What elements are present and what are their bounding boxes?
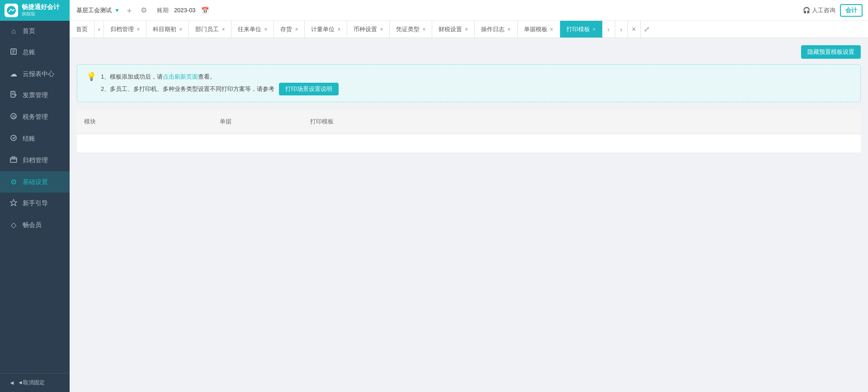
sidebar-unpin-button[interactable]: ◄ ◄取消固定 (0, 373, 70, 392)
tab-nav-prev[interactable]: ‹ (603, 21, 615, 38)
sidebar-label-settle: 结账 (23, 135, 35, 143)
tab-expand[interactable]: ⤢ (641, 21, 653, 38)
table-body-empty (77, 134, 861, 152)
tab-nav-next[interactable]: › (615, 21, 628, 38)
tab-voucher-close[interactable]: × (422, 26, 425, 33)
support-button[interactable]: 🎧 人工咨询 (803, 6, 835, 14)
sidebar-label-home: 首页 (23, 27, 35, 35)
tab-tax-close[interactable]: × (465, 26, 468, 33)
cloud-icon: ☁ (9, 70, 18, 78)
support-label: 人工咨询 (812, 6, 835, 14)
info-line2: 2、多员工、多打印机、多种业务类型设置不同打印方案等，请参考 打印场景设置说明 (101, 83, 339, 95)
tab-print[interactable]: 打印模板 × (560, 21, 603, 38)
settings-icon[interactable]: ⚙ (139, 6, 149, 14)
tab-currency[interactable]: 币种设置 × (347, 21, 390, 38)
info-line1-after: 查看。 (198, 73, 216, 80)
tab-customer-label: 往来单位 (238, 25, 261, 33)
lightbulb-icon: 💡 (86, 71, 96, 81)
sidebar-item-tax[interactable]: 税 税务管理 (0, 106, 70, 128)
tab-voucher-label: 凭证类型 (396, 25, 420, 33)
sidebar-item-settle[interactable]: 结账 (0, 128, 70, 150)
sidebar-label-tax: 税务管理 (23, 113, 48, 121)
chevron-down-icon: ▼ (114, 7, 120, 14)
tab-log[interactable]: 操作日志 × (475, 21, 517, 38)
company-selector[interactable]: 基层工会测试 ▼ (76, 6, 120, 14)
tab-voucher[interactable]: 凭证类型 × (390, 21, 432, 38)
tab-unit-close[interactable]: × (337, 26, 340, 33)
member-icon: ◇ (9, 221, 18, 229)
tab-log-close[interactable]: × (507, 26, 510, 33)
period-value: 2023-03 (174, 7, 196, 14)
refresh-link[interactable]: 点击刷新页面 (163, 73, 198, 80)
tab-customer[interactable]: 往来单位 × (231, 21, 274, 38)
sidebar-item-invoice[interactable]: 发票管理 (0, 85, 70, 106)
tab-unit[interactable]: 计量单位 × (305, 21, 347, 38)
tab-close-all[interactable]: × (628, 21, 641, 38)
tab-bar: 首页 ‹ 归档管理 × 科目期初 × 部门员工 × 往来单位 × 存货 × (70, 21, 868, 38)
tab-dept[interactable]: 部门员工 × (189, 21, 231, 38)
tab-tax[interactable]: 财税设置 × (432, 21, 475, 38)
period-label: 账期 (157, 6, 169, 14)
tab-subject-close[interactable]: × (179, 26, 182, 33)
sidebar-label-ledger: 总账 (23, 48, 35, 57)
tax-icon: 税 (9, 113, 18, 122)
sidebar: ⌂ 首页 总账 ☁ 云报表中心 发票管理 税 税务管理 (0, 21, 70, 392)
action-top-right: 隐藏预置模板设置 (77, 45, 861, 59)
sidebar-item-settings[interactable]: ⚙ 基础设置 (0, 171, 70, 193)
guide-icon (9, 199, 18, 208)
tab-subject[interactable]: 科目期初 × (146, 21, 189, 38)
svg-marker-13 (10, 199, 17, 206)
sidebar-item-report[interactable]: ☁ 云报表中心 (0, 63, 70, 85)
tab-print-close[interactable]: × (593, 26, 596, 33)
svg-text:税: 税 (12, 115, 16, 119)
sidebar-item-archive[interactable]: 归档管理 (0, 150, 70, 171)
th-template: 打印模板 (303, 114, 861, 129)
ledger-icon (9, 48, 18, 57)
sidebar-item-guide[interactable]: 新手引导 (0, 193, 70, 214)
tab-customer-close[interactable]: × (264, 26, 267, 33)
logo-area: 畅捷通好会计 旗舰版 (0, 0, 70, 21)
tab-archive-label: 归档管理 (110, 25, 134, 33)
add-company-button[interactable]: ＋ (123, 5, 135, 16)
tab-inventory[interactable]: 存货 × (274, 21, 305, 38)
table-header: 模块 单据 打印模板 (77, 109, 861, 134)
svg-point-0 (7, 6, 16, 15)
logo-sub: 旗舰版 (22, 11, 60, 17)
settle-icon (9, 134, 18, 143)
sidebar-item-home[interactable]: ⌂ 首页 (0, 21, 70, 42)
tab-archive-close[interactable]: × (137, 26, 140, 33)
hide-template-button[interactable]: 隐藏预置模板设置 (801, 45, 861, 59)
sidebar-label-member: 畅会员 (23, 221, 42, 229)
header-middle: 基层工会测试 ▼ ＋ ⚙ 账期 2023-03 📅 (70, 5, 803, 16)
calendar-icon[interactable]: 📅 (201, 7, 209, 14)
invoice-icon (9, 91, 18, 100)
tab-dept-close[interactable]: × (222, 26, 225, 33)
unpin-label: ◄取消固定 (18, 379, 45, 387)
unpin-icon: ◄ (9, 379, 15, 386)
tab-inventory-label: 存货 (280, 25, 292, 33)
tab-chevron-left[interactable]: ‹ (94, 21, 104, 38)
home-icon: ⌂ (9, 27, 18, 35)
content-area: 首页 ‹ 归档管理 × 科目期初 × 部门员工 × 往来单位 × 存货 × (70, 21, 868, 392)
tab-log-label: 操作日志 (481, 25, 505, 33)
headset-icon: 🎧 (803, 7, 810, 14)
tab-inventory-close[interactable]: × (295, 26, 298, 33)
tab-print-label: 打印模板 (566, 25, 590, 33)
header-right: 🎧 人工咨询 会计 (803, 4, 868, 17)
print-setting-button[interactable]: 打印场景设置说明 (279, 83, 339, 95)
tab-archive[interactable]: 归档管理 × (104, 21, 146, 38)
svg-point-10 (11, 135, 16, 141)
tab-currency-close[interactable]: × (380, 26, 383, 33)
info-box: 💡 1、模板添加成功后，请点击刷新页面查看。 2、多员工、多打印机、多种业务类型… (77, 64, 861, 102)
tab-document[interactable]: 单据模板 × (518, 21, 560, 38)
th-danjv: 单据 (212, 114, 303, 129)
info-line1-before: 1、模板添加成功后，请 (101, 73, 163, 80)
kuaiji-button[interactable]: 会计 (840, 4, 863, 17)
sidebar-item-ledger[interactable]: 总账 (0, 42, 70, 63)
page-content: 隐藏预置模板设置 💡 1、模板添加成功后，请点击刷新页面查看。 2、多员工、多打… (70, 38, 868, 392)
tab-home[interactable]: 首页 (70, 21, 94, 38)
info-line2-before: 2、多员工、多打印机、多种业务类型设置不同打印方案等，请参考 (101, 85, 274, 92)
tab-subject-label: 科目期初 (153, 25, 176, 33)
tab-document-close[interactable]: × (550, 26, 553, 33)
sidebar-item-member[interactable]: ◇ 畅会员 (0, 214, 70, 236)
